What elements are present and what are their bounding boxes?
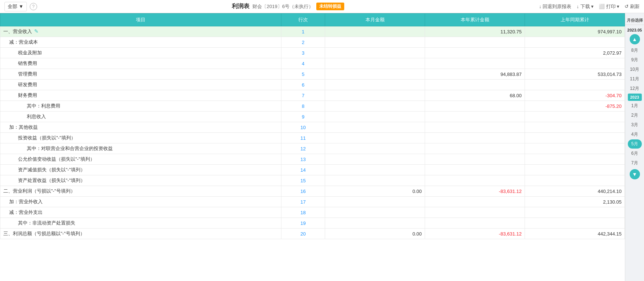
header-center: 利润表 财会〔2019〕6号（未执行） 未结转损益 bbox=[232, 3, 344, 10]
month-btn[interactable]: 6月 bbox=[628, 149, 642, 158]
cell-name: 减：营业外支出 bbox=[0, 207, 281, 218]
col-header-ytd: 本年累计金额 bbox=[425, 14, 525, 26]
cell-ytd bbox=[425, 112, 525, 122]
cell-name: 财务费用 bbox=[0, 90, 281, 101]
cell-ytd bbox=[425, 143, 525, 154]
cell-prev-ytd bbox=[525, 154, 625, 165]
refresh-btn[interactable]: ↺ 刷新 bbox=[625, 3, 640, 10]
help-icon[interactable]: ? bbox=[30, 3, 37, 10]
month-btn[interactable]: 12月 bbox=[628, 84, 642, 93]
month-btn[interactable]: 7月 bbox=[628, 158, 642, 168]
table-header-row: 项目 行次 本月金额 本年累计金额 上年同期累计 bbox=[0, 14, 625, 26]
month-btn[interactable]: 5月 bbox=[628, 139, 642, 149]
month-btn[interactable]: 2023 bbox=[628, 94, 642, 101]
cell-row-num: 14 bbox=[281, 165, 325, 175]
cell-current-month bbox=[325, 207, 425, 218]
cell-name: 加：营业外收入 bbox=[0, 197, 281, 207]
cell-row-num: 10 bbox=[281, 122, 325, 133]
main-area: 项目 行次 本月金额 本年累计金额 上年同期累计 一、营业收入✎111,320.… bbox=[0, 13, 644, 281]
cell-name: 投资收益（损失以"-"填列） bbox=[0, 133, 281, 143]
cell-name: 资产减值损失（损失以"-"填列） bbox=[0, 165, 281, 175]
month-btn[interactable]: 3月 bbox=[628, 120, 642, 129]
cell-row-num: 13 bbox=[281, 154, 325, 165]
cell-current-month bbox=[325, 48, 425, 58]
cell-current-month bbox=[325, 154, 425, 165]
nav-down-btn[interactable]: ▼ bbox=[630, 169, 640, 179]
cell-ytd bbox=[425, 80, 525, 90]
table-row: 加：营业外收入172,130.05 bbox=[0, 197, 625, 207]
cell-row-num: 12 bbox=[281, 143, 325, 154]
month-btn[interactable]: 11月 bbox=[628, 74, 642, 84]
cell-ytd: 11,320.75 bbox=[425, 26, 525, 37]
table-row: 其中：利息费用8-875.20 bbox=[0, 101, 625, 112]
cell-name: 销售费用 bbox=[0, 58, 281, 69]
top-bar: 全部 ▼ ? 利润表 财会〔2019〕6号（未执行） 未结转损益 ↓ 回退到原报… bbox=[0, 0, 644, 13]
page-title: 利润表 bbox=[232, 3, 249, 10]
table-row: 二、营业利润（亏损以"-"号填列）160.00-83,631.12440,214… bbox=[0, 186, 625, 197]
cell-current-month: 0.00 bbox=[325, 229, 425, 239]
cell-name: 研发费用 bbox=[0, 80, 281, 90]
cell-ytd bbox=[425, 58, 525, 69]
month-btn[interactable]: 8月 bbox=[628, 46, 642, 55]
cell-name: 利息收入 bbox=[0, 112, 281, 122]
month-btn[interactable]: 1月 bbox=[628, 101, 642, 110]
cell-current-month bbox=[325, 175, 425, 186]
nav-up-btn[interactable]: ▲ bbox=[630, 34, 640, 44]
download-btn[interactable]: ↓ 下载 ▾ bbox=[576, 3, 594, 10]
cell-current-month bbox=[325, 218, 425, 229]
cell-name: 一、营业收入✎ bbox=[0, 26, 281, 37]
table-row: 一、营业收入✎111,320.75974,997.10 bbox=[0, 26, 625, 37]
table-row: 三、利润总额（亏损总额以"-"号填列）200.00-83,631.12442,3… bbox=[0, 229, 625, 239]
col-header-name: 项目 bbox=[0, 14, 281, 26]
cell-ytd bbox=[425, 207, 525, 218]
month-btn[interactable]: 9月 bbox=[628, 55, 642, 65]
cell-name: 资产处置收益（损失以"-"填列） bbox=[0, 175, 281, 186]
cell-ytd: -83,631.12 bbox=[425, 229, 525, 239]
table-row: 其中：对联营企业和合营企业的投资收益12 bbox=[0, 143, 625, 154]
cell-name: 三、利润总额（亏损总额以"-"号填列） bbox=[0, 229, 281, 239]
cell-prev-ytd bbox=[525, 175, 625, 186]
table-row: 减：营业外支出18 bbox=[0, 207, 625, 218]
cell-prev-ytd bbox=[525, 218, 625, 229]
table-row: 利息收入9 bbox=[0, 112, 625, 122]
cell-row-num: 16 bbox=[281, 186, 325, 197]
cell-current-month bbox=[325, 143, 425, 154]
cell-prev-ytd: 440,214.10 bbox=[525, 186, 625, 197]
page-subtitle: 财会〔2019〕6号（未执行） bbox=[252, 3, 313, 10]
cell-prev-ytd bbox=[525, 207, 625, 218]
cell-ytd bbox=[425, 154, 525, 165]
month-btn[interactable]: 4月 bbox=[628, 130, 642, 139]
cell-name: 税金及附加 bbox=[0, 48, 281, 58]
cell-current-month: 0.00 bbox=[325, 186, 425, 197]
month-btn[interactable]: 10月 bbox=[628, 65, 642, 74]
table-row: 投资收益（损失以"-"填列）11 bbox=[0, 133, 625, 143]
cell-prev-ytd: -304.70 bbox=[525, 90, 625, 101]
cell-current-month bbox=[325, 26, 425, 37]
table-row: 加：其他收益10 bbox=[0, 122, 625, 133]
cell-current-month bbox=[325, 58, 425, 69]
cell-ytd: 94,883.87 bbox=[425, 69, 525, 80]
edit-icon[interactable]: ✎ bbox=[34, 28, 39, 34]
print-btn[interactable]: ⬜ 打印 ▾ bbox=[599, 3, 619, 10]
cell-row-num: 11 bbox=[281, 133, 325, 143]
cell-ytd: -83,631.12 bbox=[425, 186, 525, 197]
cell-prev-ytd bbox=[525, 133, 625, 143]
cell-name: 公允价值变动收益（损失以"-"填列） bbox=[0, 154, 281, 165]
col-header-current: 本月金额 bbox=[325, 14, 425, 26]
month-btn[interactable]: 2月 bbox=[628, 111, 642, 120]
cell-current-month bbox=[325, 197, 425, 207]
col-header-row: 行次 bbox=[281, 14, 325, 26]
cell-current-month bbox=[325, 69, 425, 80]
cell-ytd bbox=[425, 37, 525, 48]
cell-prev-ytd: 2,130.05 bbox=[525, 197, 625, 207]
table-area[interactable]: 项目 行次 本月金额 本年累计金额 上年同期累计 一、营业收入✎111,320.… bbox=[0, 13, 625, 281]
cell-ytd bbox=[425, 122, 525, 133]
cell-row-num: 5 bbox=[281, 69, 325, 80]
return-original-btn[interactable]: ↓ 回退到原报表 bbox=[539, 3, 571, 10]
cell-prev-ytd: 533,014.73 bbox=[525, 69, 625, 80]
cell-prev-ytd: 442,344.15 bbox=[525, 229, 625, 239]
cell-row-num: 4 bbox=[281, 58, 325, 69]
scope-dropdown[interactable]: 全部 ▼ bbox=[4, 2, 27, 11]
cell-prev-ytd bbox=[525, 58, 625, 69]
report-table: 项目 行次 本月金额 本年累计金额 上年同期累计 一、营业收入✎111,320.… bbox=[0, 13, 625, 239]
